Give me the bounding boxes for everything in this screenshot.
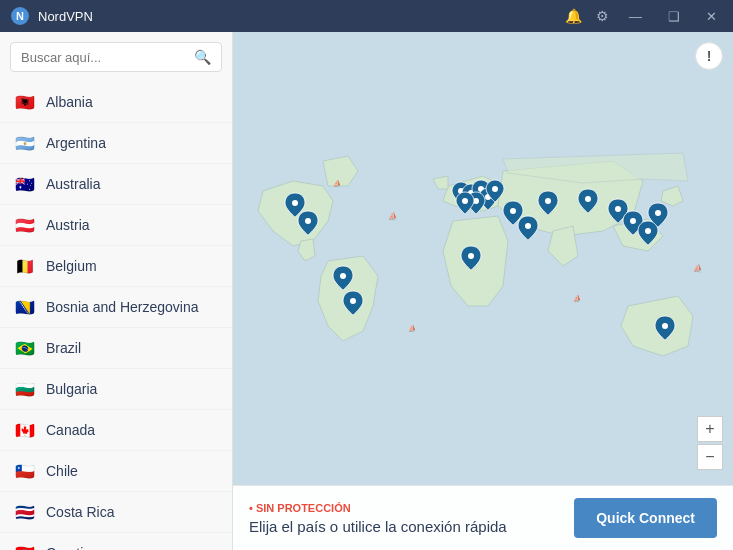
svg-text:⛵: ⛵ [573, 294, 582, 303]
country-name: Bosnia and Herzegovina [46, 299, 199, 315]
country-name: Argentina [46, 135, 106, 151]
zoom-controls: + − [697, 416, 723, 470]
country-name: Australia [46, 176, 100, 192]
list-item[interactable]: 🇭🇷Croatia [0, 533, 232, 550]
svg-point-27 [468, 253, 474, 259]
svg-text:N: N [16, 10, 24, 22]
svg-point-18 [492, 186, 498, 192]
svg-point-26 [655, 210, 661, 216]
country-name: Croatia [46, 545, 91, 550]
list-item[interactable]: 🇨🇷Costa Rica [0, 492, 232, 533]
world-map: ⛵ ⛵ ⛵ ⛵ ⛵ [233, 32, 733, 550]
settings-icon[interactable]: ⚙ [596, 8, 609, 24]
search-input[interactable] [21, 50, 194, 65]
title-bar: N NordVPN 🔔 ⚙ — ❑ ✕ [0, 0, 733, 32]
list-item[interactable]: 🇦🇺Australia [0, 164, 232, 205]
svg-point-21 [545, 198, 551, 204]
svg-point-19 [510, 208, 516, 214]
country-flag: 🇧🇦 [14, 296, 36, 318]
country-name: Canada [46, 422, 95, 438]
svg-point-25 [645, 228, 651, 234]
info-bar: SIN PROTECCIÓN Elija el país o utilice l… [233, 485, 733, 550]
title-bar-controls: 🔔 ⚙ — ❑ ✕ [565, 7, 723, 26]
search-box: 🔍 [10, 42, 222, 72]
list-item[interactable]: 🇧🇦Bosnia and Herzegovina [0, 287, 232, 328]
svg-point-22 [585, 196, 591, 202]
list-item[interactable]: 🇦🇱Albania [0, 82, 232, 123]
list-item[interactable]: 🇦🇹Austria [0, 205, 232, 246]
country-name: Bulgaria [46, 381, 97, 397]
maximize-button[interactable]: ❑ [662, 7, 686, 26]
app-title: NordVPN [38, 9, 93, 24]
main-content: 🔍 🇦🇱Albania🇦🇷Argentina🇦🇺Australia🇦🇹Austr… [0, 32, 733, 550]
list-item[interactable]: 🇨🇦Canada [0, 410, 232, 451]
list-item[interactable]: 🇧🇬Bulgaria [0, 369, 232, 410]
svg-text:⛵: ⛵ [693, 263, 703, 273]
title-bar-left: N NordVPN [10, 6, 93, 26]
svg-point-28 [662, 323, 668, 329]
country-flag: 🇧🇬 [14, 378, 36, 400]
protection-status: SIN PROTECCIÓN [249, 502, 507, 514]
country-name: Austria [46, 217, 90, 233]
list-item[interactable]: 🇧🇷Brazil [0, 328, 232, 369]
country-flag: 🇦🇺 [14, 173, 36, 195]
svg-point-11 [350, 298, 356, 304]
svg-text:⛵: ⛵ [333, 179, 342, 188]
close-button[interactable]: ✕ [700, 7, 723, 26]
app-logo: N [10, 6, 30, 26]
map-area: ⛵ ⛵ ⛵ ⛵ ⛵ [233, 32, 733, 550]
zoom-in-button[interactable]: + [697, 416, 723, 442]
country-flag: 🇦🇷 [14, 132, 36, 154]
list-item[interactable]: 🇨🇱Chile [0, 451, 232, 492]
list-item[interactable]: 🇧🇪Belgium [0, 246, 232, 287]
country-flag: 🇦🇱 [14, 91, 36, 113]
country-flag: 🇭🇷 [14, 542, 36, 550]
svg-point-10 [340, 273, 346, 279]
country-flag: 🇧🇪 [14, 255, 36, 277]
svg-point-23 [615, 206, 621, 212]
search-icon: 🔍 [194, 49, 211, 65]
info-bar-text: Elija el país o utilice la conexión rápi… [249, 518, 507, 535]
svg-point-8 [292, 200, 298, 206]
notification-icon[interactable]: 🔔 [565, 8, 582, 24]
country-name: Belgium [46, 258, 97, 274]
minimize-button[interactable]: — [623, 7, 648, 26]
country-name: Albania [46, 94, 93, 110]
country-list: 🇦🇱Albania🇦🇷Argentina🇦🇺Australia🇦🇹Austria… [0, 82, 232, 550]
svg-point-17 [462, 198, 468, 204]
svg-point-24 [630, 218, 636, 224]
svg-point-20 [525, 223, 531, 229]
zoom-out-button[interactable]: − [697, 444, 723, 470]
sidebar: 🔍 🇦🇱Albania🇦🇷Argentina🇦🇺Australia🇦🇹Austr… [0, 32, 233, 550]
country-flag: 🇧🇷 [14, 337, 36, 359]
help-button[interactable]: ! [695, 42, 723, 70]
country-name: Chile [46, 463, 78, 479]
svg-point-9 [305, 218, 311, 224]
country-flag: 🇦🇹 [14, 214, 36, 236]
country-flag: 🇨🇷 [14, 501, 36, 523]
svg-text:⛵: ⛵ [388, 211, 398, 221]
country-name: Costa Rica [46, 504, 114, 520]
country-flag: 🇨🇦 [14, 419, 36, 441]
info-bar-left: SIN PROTECCIÓN Elija el país o utilice l… [249, 502, 507, 535]
country-flag: 🇨🇱 [14, 460, 36, 482]
svg-text:⛵: ⛵ [408, 324, 417, 333]
country-name: Brazil [46, 340, 81, 356]
list-item[interactable]: 🇦🇷Argentina [0, 123, 232, 164]
quick-connect-button[interactable]: Quick Connect [574, 498, 717, 538]
